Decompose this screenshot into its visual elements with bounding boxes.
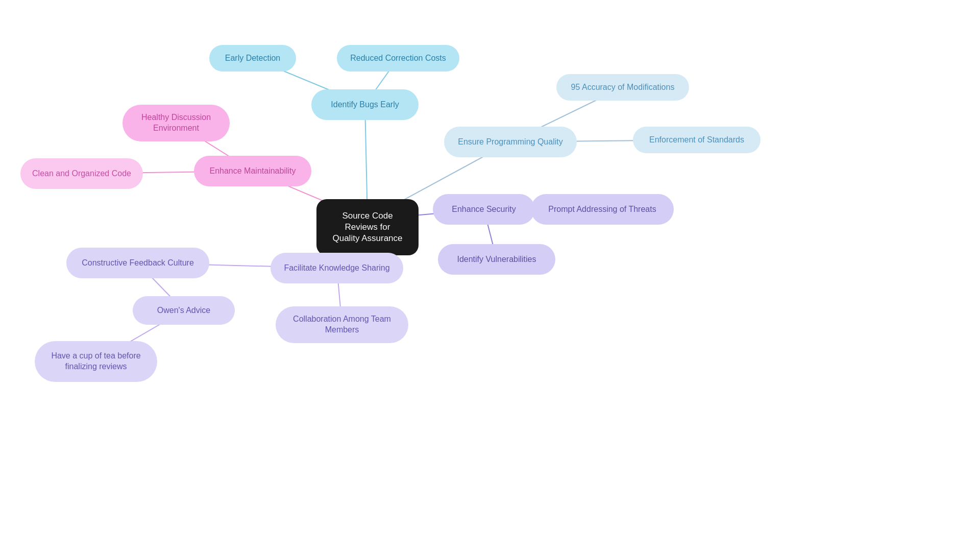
mind-map-node-owensAdvice: Owen's Advice [133, 296, 235, 325]
mind-map-node-identifyVulnerabilities: Identify Vulnerabilities [438, 244, 555, 275]
mind-map-node-center: Source Code Reviews for Quality Assuranc… [316, 199, 419, 255]
mind-map-node-constructiveFeedbackCulture: Constructive Feedback Culture [66, 248, 209, 278]
mind-map-node-accuracyOfModifications: 95 Accuracy of Modifications [556, 74, 689, 101]
mind-map-node-healthyDiscussionEnvironment: Healthy Discussion Environment [122, 105, 230, 141]
mind-map-node-reducedCorrectionCosts: Reduced Correction Costs [337, 45, 459, 71]
mind-map-node-cupOfTea: Have a cup of tea before finalizing revi… [35, 341, 157, 382]
mind-map-node-enhanceMaintainability: Enhance Maintainability [194, 156, 311, 186]
mind-map-node-promptAddressingOfThreats: Prompt Addressing of Threats [531, 194, 674, 225]
mind-map-node-cleanAndOrganizedCode: Clean and Organized Code [20, 158, 143, 189]
mind-map-node-facilitateKnowledgeSharing: Facilitate Knowledge Sharing [271, 253, 403, 283]
mind-map-node-collaborationAmongTeamMembers: Collaboration Among Team Members [276, 306, 408, 343]
mind-map-node-earlyDetection: Early Detection [209, 45, 296, 71]
mind-map-node-enforcementOfStandards: Enforcement of Standards [633, 127, 761, 153]
mind-map-node-enhanceSecurity: Enhance Security [433, 194, 535, 225]
mind-map-node-identifyBugsEarly: Identify Bugs Early [311, 89, 419, 120]
mind-map-node-ensureProgrammingQuality: Ensure Programming Quality [444, 127, 577, 157]
